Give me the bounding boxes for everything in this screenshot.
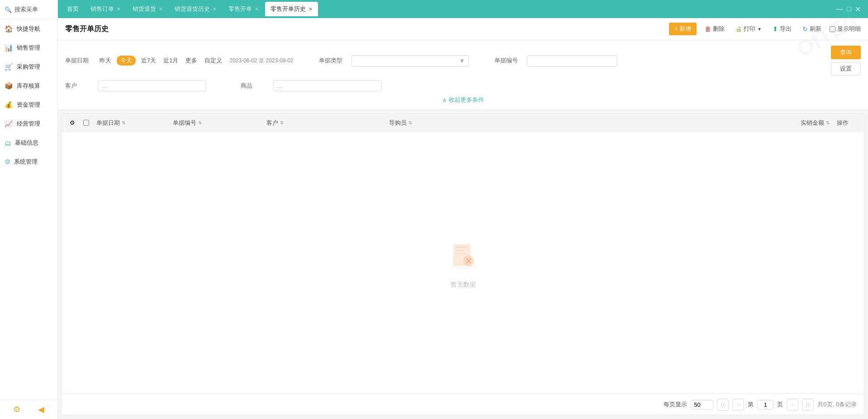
sidebar-item-sales-mgmt[interactable]: 📊 销售管理 [0,38,57,57]
empty-state: 暂无数据 [62,132,864,394]
chart-icon: 📊 [5,44,13,52]
th-actions: 操作 [833,119,860,127]
sidebar-item-finance[interactable]: 💰 资金管理 [0,95,57,114]
page-input[interactable]: 1 [757,400,773,410]
tab-retail-open[interactable]: 零售开单 ✕ [223,2,264,16]
tab-retail-history[interactable]: 零售开单历史 ✕ [265,2,318,16]
per-page-label: 每页显示 [664,400,687,409]
tab-home-label: 首页 [67,5,79,13]
tab-sales-order-close[interactable]: ✕ [117,6,121,12]
tab-retail-history-close[interactable]: ✕ [308,6,313,12]
sidebar-item-basic-info[interactable]: 🗂 基础信息 [0,133,57,152]
tab-home[interactable]: 首页 [62,2,84,16]
sidebar: 🔍 搜索采单 🏠 快捷导航 📊 销售管理 🛒 采购管理 📦 库存核算 💰 资金管… [0,0,58,419]
sidebar-item-purchase-mgmt[interactable]: 🛒 采购管理 [0,57,57,76]
more-shortcut[interactable]: 更多 [184,56,199,66]
th-sno: 单据编号 ⇅ [169,119,263,127]
order-type-select[interactable]: ▼ [351,55,469,66]
per-page-select[interactable]: 50 100 200 [691,400,713,410]
date-shortcuts: 昨天 今天 近7天 近1月 更多 自定义 2023-06-02 至 2023-0… [98,56,294,66]
svg-rect-2 [455,246,468,248]
last-page-button[interactable]: ⟩⟩ [802,399,814,410]
sidebar-item-label: 采购管理 [17,63,40,71]
order-no-label: 单据编号 [494,56,520,65]
first-page-button[interactable]: ⟨⟨ [717,399,729,410]
sidebar-item-quick-nav[interactable]: 🏠 快捷导航 [0,19,57,38]
table-select-all-checkbox[interactable] [79,120,93,126]
product-label: 商品 [241,82,266,90]
svg-rect-4 [455,253,466,254]
yesterday-shortcut[interactable]: 昨天 [98,56,113,66]
home-icon: 🏠 [5,25,13,33]
refresh-button[interactable]: ↻ 刷新 [800,23,824,35]
sidebar-item-label: 经营管理 [17,120,40,128]
prev-page-button[interactable]: ＜ [732,399,744,410]
th-guide: 导购员 ⇅ [385,119,462,127]
sidebar-item-label: 库存核算 [17,82,40,90]
page-title: 零售开单历史 [65,24,109,34]
today-shortcut[interactable]: 今天 [117,56,136,66]
last7-shortcut[interactable]: 近7天 [139,56,158,66]
sort-date-icon[interactable]: ⇅ [122,120,125,125]
cart-icon: 🛒 [5,63,13,71]
print-dropdown-icon: ▼ [757,27,762,32]
tab-sales-return-label: 销货退货 [133,5,156,13]
add-button[interactable]: + 新增 [669,23,697,35]
sidebar-item-label: 基础信息 [15,139,38,147]
page-label: 第 [748,400,754,409]
order-type-dropdown-icon: ▼ [459,57,465,64]
sidebar-item-inventory[interactable]: 📦 库存核算 [0,76,57,95]
sort-sno-icon[interactable]: ⇅ [198,120,202,125]
tab-sales-return-close[interactable]: ✕ [159,6,163,12]
sort-amount-icon[interactable]: ⇅ [826,120,830,125]
tab-sales-return-history[interactable]: 销货退货历史 ✕ [169,2,222,16]
filter-row-2: 客户 … 商品 … [65,80,861,91]
minimize-button[interactable]: — [836,5,843,14]
maximize-button[interactable]: □ [847,5,851,14]
customer-input[interactable]: … [98,80,206,91]
query-button[interactable]: 查询 [831,46,861,59]
show-detail-checkbox[interactable] [830,26,835,32]
filter-row-1: 单据日期 昨天 今天 近7天 近1月 更多 自定义 2023-06-02 至 2… [65,46,861,75]
sidebar-search-label: 搜索采单 [14,5,38,14]
sidebar-search[interactable]: 🔍 搜索采单 [0,0,57,19]
money-icon: 💰 [5,101,13,109]
pagination: 每页显示 50 100 200 ⟨⟨ ＜ 第 1 页 ＞ ⟩⟩ 共0页, 0条记… [62,394,864,415]
sidebar-item-label: 系统管理 [14,158,38,166]
th-date: 单据日期 ⇅ [93,119,169,127]
sidebar-item-sys-mgmt[interactable]: ⚙ 系统管理 [0,152,57,171]
next-page-button[interactable]: ＞ [787,399,798,410]
customer-label: 客户 [65,82,90,90]
sidebar-item-label: 快捷导航 [17,25,40,33]
tab-sales-return[interactable]: 销货退货 ✕ [127,2,168,16]
table-area: ⚙ 单据日期 ⇅ 单据编号 ⇅ 客户 ⇅ 导购员 [62,113,864,415]
product-input[interactable]: … [273,80,382,91]
main-area: 首页 销售订单 ✕ 销货退货 ✕ 销货退货历史 ✕ 零售开单 ✕ 零售开单历史 … [58,0,868,419]
sidebar-item-operations[interactable]: 📈 经营管理 [0,114,57,133]
settings-bottom-icon[interactable]: ⚙ [13,405,20,414]
collapse-filter-button[interactable]: ∧ 收起更多条件 [65,96,861,104]
tab-sales-return-history-close[interactable]: ✕ [213,6,217,12]
print-button[interactable]: 🖨 打印 ▼ [733,23,764,35]
sort-customer-icon[interactable]: ⇅ [280,120,284,125]
sidebar-item-label: 销售管理 [17,44,40,52]
export-button[interactable]: ⬆ 导出 [770,23,794,35]
table-settings-icon[interactable]: ⚙ [66,119,79,126]
setting-button[interactable]: 设置 [831,62,861,75]
sidebar-bottom: ⚙ ◀ [0,400,57,419]
tab-sales-order[interactable]: 销售订单 ✕ [85,2,126,16]
filter-area: 单据日期 昨天 今天 近7天 近1月 更多 自定义 2023-06-02 至 2… [58,40,868,110]
date-range-display: 2023-06-02 至 2023-06-02 [229,57,293,65]
last1m-shortcut[interactable]: 近1月 [161,56,180,66]
order-no-input[interactable] [527,55,617,66]
close-button[interactable]: ✕ [855,5,861,14]
tab-retail-open-close[interactable]: ✕ [255,6,259,12]
delete-button[interactable]: 🗑 删除 [702,23,727,35]
sidebar-item-label: 资金管理 [17,101,40,109]
export-icon: ⬆ [773,25,778,33]
sort-guide-icon[interactable]: ⇅ [408,120,412,125]
show-detail-checkbox-area[interactable]: 显示明细 [830,25,861,33]
order-type-label: 单据类型 [319,56,344,65]
custom-shortcut[interactable]: 自定义 [203,56,224,66]
collapse-sidebar-icon[interactable]: ◀ [38,405,44,414]
